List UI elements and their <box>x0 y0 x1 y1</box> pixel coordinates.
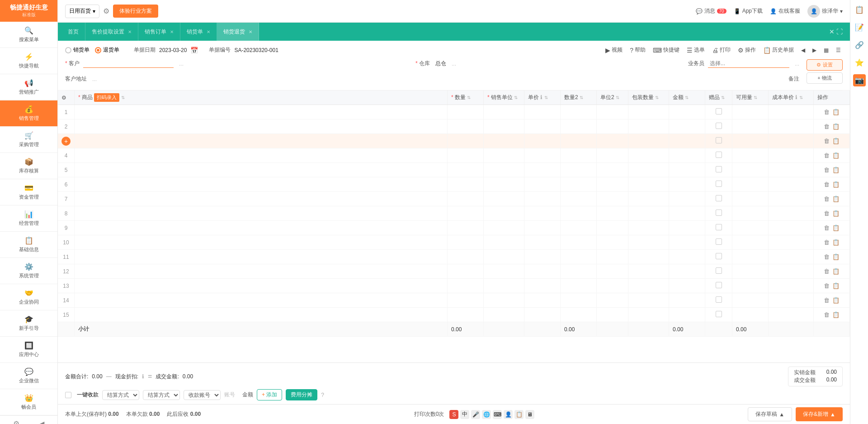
row-5-unit-price[interactable] <box>524 163 561 177</box>
row-6-delete-icon[interactable]: 🗑 <box>824 181 830 188</box>
tab-price-setup-close[interactable]: ✕ <box>128 29 132 34</box>
quantity2-sort-icon[interactable]: ⇅ <box>580 95 583 100</box>
row-12-unit-price[interactable] <box>524 264 561 279</box>
row-12-available[interactable] <box>732 264 769 279</box>
product-input-9[interactable] <box>78 225 443 231</box>
row-7-pack-qty[interactable] <box>628 192 669 206</box>
select-btn[interactable]: ☰ 选单 <box>685 45 707 55</box>
tab-price-setup[interactable]: 售价提取设置 ✕ <box>85 23 138 41</box>
tab-sales-return[interactable]: 销货退货 ✕ <box>217 23 259 41</box>
row-6-pack-qty[interactable] <box>628 177 669 192</box>
row-5-gift[interactable] <box>705 163 732 177</box>
row-7-quantity2[interactable] <box>561 192 597 206</box>
row-2-amount[interactable] <box>669 119 705 134</box>
row-14-pack-qty[interactable] <box>628 293 669 308</box>
scan-btn[interactable]: 扫码录入 <box>94 93 119 102</box>
row-14-available[interactable] <box>732 293 769 308</box>
row-9-amount[interactable] <box>669 221 705 235</box>
row-7-copy-icon[interactable]: 📋 <box>832 195 840 202</box>
row-14-cost-price[interactable] <box>769 293 814 308</box>
row-6-quantity2[interactable] <box>561 177 597 192</box>
row-6-sales-unit[interactable] <box>484 177 524 192</box>
tab-sales-delivery[interactable]: 销货单 ✕ <box>180 23 217 41</box>
row-10-delete-icon[interactable]: 🗑 <box>824 239 830 246</box>
row-3-copy-icon[interactable]: 📋 <box>832 138 840 144</box>
row-1-cost-price[interactable] <box>769 105 814 119</box>
row-8-pack-qty[interactable] <box>628 206 669 221</box>
globe-icon[interactable]: 🌐 <box>482 410 491 419</box>
row-5-pack-qty[interactable] <box>628 163 669 177</box>
row-13-available[interactable] <box>732 279 769 293</box>
row-1-available[interactable] <box>732 105 769 119</box>
row-13-product[interactable] <box>75 279 448 293</box>
row-6-unit-price[interactable] <box>524 177 561 192</box>
product-input-11[interactable] <box>78 254 443 260</box>
row-15-unit2[interactable] <box>597 308 628 322</box>
amount-sort-icon[interactable]: ⇅ <box>685 95 689 100</box>
pack-qty-sort-icon[interactable]: ⇅ <box>655 95 659 100</box>
row-12-amount[interactable] <box>669 264 705 279</box>
footer-help-icon[interactable]: ? <box>321 392 324 398</box>
row-8-amount[interactable] <box>669 206 705 221</box>
row-8-delete-icon[interactable]: 🗑 <box>824 210 830 217</box>
address-dots[interactable]: ... <box>92 76 97 82</box>
sidebar-item-guide[interactable]: 🎓 新手引导 <box>0 310 57 337</box>
gift-checkbox-2[interactable] <box>716 123 722 129</box>
operate-btn[interactable]: ⚙ 操作 <box>736 45 758 55</box>
row-2-quantity[interactable] <box>448 119 484 134</box>
row-12-quantity[interactable] <box>448 264 484 279</box>
quantity-sort-icon[interactable]: ⇅ <box>467 95 471 100</box>
sidebar-item-basics[interactable]: 📋 基础信息 <box>0 232 57 258</box>
row-11-copy-icon[interactable]: 📋 <box>832 253 840 260</box>
row-12-sales-unit[interactable] <box>484 264 524 279</box>
row-4-cost-price[interactable] <box>769 148 814 163</box>
sidebar-item-marketing[interactable]: 📢 营销推广 <box>0 74 57 100</box>
row-9-unit-price[interactable] <box>524 221 561 235</box>
product-input-10[interactable] <box>78 239 443 246</box>
row-10-sales-unit[interactable] <box>484 235 524 250</box>
row-12-gift[interactable] <box>705 264 732 279</box>
sidebar-item-search[interactable]: 🔍 搜索菜单 <box>0 22 57 48</box>
row-15-copy-icon[interactable]: 📋 <box>832 311 840 318</box>
row-11-quantity[interactable] <box>448 250 484 264</box>
row-5-product[interactable] <box>75 163 448 177</box>
row-10-quantity[interactable] <box>448 235 484 250</box>
tab-home[interactable]: 首页 <box>61 23 85 41</box>
row-10-copy-icon[interactable]: 📋 <box>832 239 840 246</box>
list-view-btn[interactable]: ☰ <box>834 46 843 54</box>
row-8-unit2[interactable] <box>597 206 628 221</box>
sidebar-item-wechat[interactable]: 💬 企业微信 <box>0 363 57 389</box>
row-6-amount[interactable] <box>669 177 705 192</box>
row-3-product[interactable] <box>75 134 448 148</box>
row-4-unit2[interactable] <box>597 148 628 163</box>
row-2-gift[interactable] <box>705 119 732 134</box>
screen-icon[interactable]: 🖥 <box>525 410 534 419</box>
user-icon[interactable]: 👤 <box>504 410 513 419</box>
online-service-item[interactable]: 👤 在线客服 <box>770 7 800 15</box>
row-14-quantity[interactable] <box>448 293 484 308</box>
one-key-pay-checkbox[interactable] <box>65 392 71 398</box>
row-13-amount[interactable] <box>669 279 705 293</box>
row-2-copy-icon[interactable]: 📋 <box>832 123 840 130</box>
product-input-3[interactable] <box>78 138 443 144</box>
row-12-copy-icon[interactable]: 📋 <box>832 268 840 275</box>
row-3-quantity2[interactable] <box>561 134 597 148</box>
row-14-gift[interactable] <box>705 293 732 308</box>
row-9-copy-icon[interactable]: 📋 <box>832 224 840 231</box>
gift-checkbox-10[interactable] <box>716 238 722 245</box>
row-11-quantity2[interactable] <box>561 250 597 264</box>
row-1-pack-qty[interactable] <box>628 105 669 119</box>
row-12-product[interactable] <box>75 264 448 279</box>
gift-checkbox-6[interactable] <box>716 181 722 187</box>
print-btn[interactable]: 🖨 打印 <box>710 45 732 55</box>
row-15-cost-price[interactable] <box>769 308 814 322</box>
row-14-copy-icon[interactable]: 📋 <box>832 297 840 304</box>
industry-select[interactable]: 日用百货 ▾ <box>65 5 99 18</box>
row-15-quantity[interactable] <box>448 308 484 322</box>
row-11-delete-icon[interactable]: 🗑 <box>824 253 830 260</box>
message-item[interactable]: 💬 消息 70 <box>696 7 726 15</box>
row-15-pack-qty[interactable] <box>628 308 669 322</box>
row-13-quantity[interactable] <box>448 279 484 293</box>
row-9-available[interactable] <box>732 221 769 235</box>
radio-sales-delivery[interactable]: 销货单 <box>65 46 90 54</box>
